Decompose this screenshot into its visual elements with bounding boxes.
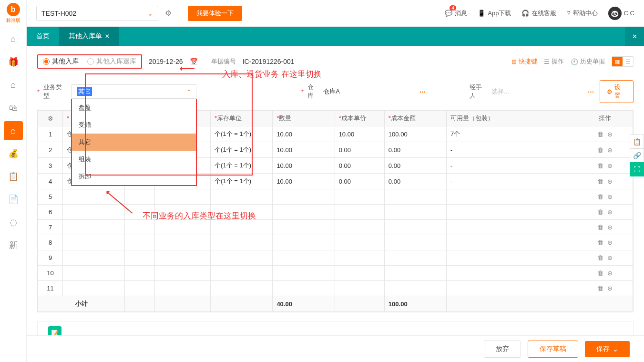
cell-amt[interactable] [384, 281, 446, 296]
cell-warehouse[interactable] [63, 250, 125, 266]
dropdown-option[interactable]: 拆卸 [72, 168, 196, 185]
cell-qty[interactable] [273, 235, 335, 250]
nav-money[interactable]: 💰 [4, 144, 23, 163]
cell-qty[interactable] [273, 250, 335, 266]
view-grid-button[interactable]: ▦ [612, 57, 623, 66]
col-settings[interactable]: ⚙ [38, 111, 63, 126]
handler-input[interactable]: 选择... [491, 87, 584, 96]
dropdown-option[interactable]: 组装 [72, 151, 196, 168]
biz-type-select[interactable]: 其它 ⌄ 盘盈 受赠 其它 组装 拆卸 [72, 84, 197, 99]
cell-amt[interactable] [384, 189, 446, 205]
cell-qty[interactable]: 10.00 [273, 126, 335, 142]
cell-unit[interactable] [211, 189, 273, 205]
nav-home[interactable]: ⌂ [4, 30, 23, 49]
settings-icon[interactable]: ⚙ [165, 9, 172, 18]
history-link[interactable]: 🕘历史单据 [571, 57, 605, 66]
nav-warehouse[interactable]: ⌂ [4, 121, 23, 140]
cell-amt[interactable]: 0.00 [384, 142, 446, 158]
copy-row-icon[interactable]: ⊕ [607, 162, 613, 169]
cell-warehouse[interactable] [63, 220, 125, 235]
table-row[interactable]: 8 🗑⊕ [38, 235, 633, 250]
copy-row-icon[interactable]: ⊕ [607, 224, 613, 231]
cell-price[interactable]: 10.00 [335, 126, 384, 142]
user-menu[interactable]: 🐼C C [608, 7, 634, 20]
cell-price[interactable]: 0.00 [335, 174, 384, 189]
cell-price[interactable] [335, 189, 384, 205]
tab-stockin[interactable]: 其他入库单 ✕ [59, 27, 119, 46]
copy-row-icon[interactable]: ⊕ [607, 178, 613, 185]
delete-row-icon[interactable]: 🗑 [597, 208, 603, 216]
cell-price[interactable] [335, 250, 384, 266]
more-icon[interactable]: ⋯ [419, 88, 427, 95]
delete-row-icon[interactable]: 🗑 [597, 178, 603, 185]
cell-amt[interactable]: 100.00 [384, 126, 446, 142]
cell-unit[interactable]: 个(1个 = 1个) [211, 126, 273, 142]
nav-gift[interactable]: 🎁 [4, 52, 23, 72]
cell-warehouse[interactable] [63, 266, 125, 281]
cell-price[interactable] [335, 220, 384, 235]
cell-amt[interactable] [384, 205, 446, 220]
nav-new[interactable]: 新 [4, 236, 23, 255]
nav-circle[interactable]: ◌ [4, 213, 23, 232]
cell-unit[interactable]: 个(1个 = 1个) [211, 158, 273, 174]
help-link[interactable]: ?帮助中心 [567, 9, 597, 18]
copy-row-icon[interactable]: ⊕ [607, 239, 613, 246]
cell-unit[interactable]: 个(1个 = 1个) [211, 174, 273, 189]
dropdown-option[interactable]: 盘盈 [72, 99, 196, 116]
dock-note-button[interactable]: 📋 [630, 134, 644, 149]
cell-qty[interactable] [273, 220, 335, 235]
cell-price[interactable] [335, 281, 384, 296]
cell-unit[interactable] [211, 235, 273, 250]
delete-row-icon[interactable]: 🗑 [597, 254, 603, 261]
save-draft-button[interactable]: 保存草稿 [528, 341, 578, 358]
table-row[interactable]: 10 🗑⊕ [38, 266, 633, 281]
tab-home[interactable]: 首页 [27, 27, 59, 46]
view-list-button[interactable]: ☰ [623, 57, 633, 66]
cell-unit[interactable] [211, 250, 273, 266]
nav-doc[interactable]: 📄 [4, 190, 23, 209]
delete-row-icon[interactable]: 🗑 [597, 269, 603, 277]
dock-expand-button[interactable]: ⛶ [630, 162, 644, 176]
copy-row-icon[interactable]: ⊕ [607, 131, 613, 138]
app-download-link[interactable]: 📱App下载 [478, 9, 511, 18]
company-select[interactable]: TEST-H002 ⌄ [36, 6, 158, 21]
cell-price[interactable] [335, 266, 384, 281]
cell-qty[interactable]: 10.00 [273, 158, 335, 174]
cell-qty[interactable] [273, 281, 335, 296]
nav-house[interactable]: ⌂ [4, 75, 23, 94]
cell-unit[interactable] [211, 281, 273, 296]
cell-amt[interactable] [384, 250, 446, 266]
settings-button[interactable]: ⚙ 设置 [600, 80, 634, 103]
cell-warehouse[interactable] [63, 205, 125, 220]
close-all-tabs[interactable]: ✕ [625, 27, 644, 46]
table-row[interactable]: 9 🗑⊕ [38, 250, 633, 266]
cell-price[interactable]: 0.00 [335, 158, 384, 174]
cell-warehouse[interactable] [63, 235, 125, 250]
cell-amt[interactable] [384, 220, 446, 235]
nav-clipboard[interactable]: 📋 [4, 167, 23, 186]
table-row[interactable]: 6 🗑⊕ [38, 205, 633, 220]
cell-unit[interactable] [211, 220, 273, 235]
table-row[interactable]: 7 🗑⊕ [38, 220, 633, 235]
cell-amt[interactable]: 0.00 [384, 158, 446, 174]
close-icon[interactable]: ✕ [105, 33, 110, 40]
save-button[interactable]: 保存⌄ [585, 341, 630, 357]
shortcut-link[interactable]: ⊞快捷键 [511, 57, 537, 66]
cell-price[interactable]: 0.00 [335, 142, 384, 158]
copy-row-icon[interactable]: ⊕ [607, 269, 613, 277]
delete-row-icon[interactable]: 🗑 [597, 285, 603, 292]
operation-link[interactable]: ☰操作 [544, 57, 564, 66]
delete-row-icon[interactable]: 🗑 [597, 131, 603, 138]
copy-row-icon[interactable]: ⊕ [607, 193, 613, 200]
dropdown-option[interactable]: 受赠 [72, 116, 196, 134]
table-row[interactable]: 11 🗑⊕ [38, 281, 633, 296]
cell-amt[interactable]: 0.00 [384, 174, 446, 189]
cell-warehouse[interactable] [63, 281, 125, 296]
cell-unit[interactable]: 个(1个 = 1个) [211, 142, 273, 158]
calendar-icon[interactable]: 📅 [190, 58, 198, 65]
nav-bag[interactable]: 🛍 [4, 98, 23, 117]
cell-amt[interactable] [384, 235, 446, 250]
messages-link[interactable]: 💬 消息 4 [445, 9, 467, 18]
service-link[interactable]: 🎧在线客服 [521, 9, 556, 18]
delete-row-icon[interactable]: 🗑 [597, 224, 603, 231]
